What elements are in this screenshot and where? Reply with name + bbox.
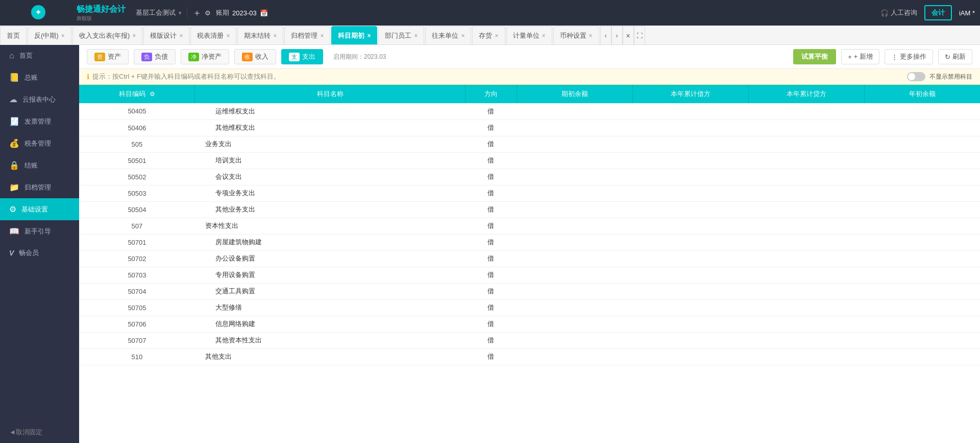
- sidebar-item-tax[interactable]: 💰 税务管理: [0, 132, 79, 154]
- row-period-balance: [517, 136, 632, 152]
- toggle-container: 不显示禁用科目: [907, 72, 972, 81]
- tab-tax-clear-close-icon[interactable]: ×: [226, 32, 230, 39]
- table-row[interactable]: 50406 其他维权支出 借: [79, 120, 980, 136]
- tab-period-end[interactable]: 期末结转 ×: [237, 26, 283, 44]
- tab-inventory-close-icon[interactable]: ×: [495, 32, 498, 39]
- tab-company[interactable]: 往来单位 ×: [425, 26, 471, 44]
- row-year-debit: [632, 218, 748, 234]
- sidebar-item-member[interactable]: V 畅会员: [0, 242, 79, 264]
- tab-home-label: 首页: [7, 31, 20, 40]
- row-year-balance: [864, 103, 980, 120]
- row-year-balance: [864, 299, 980, 316]
- tab-mid-close-icon[interactable]: ×: [61, 32, 65, 39]
- sub-tab-asset[interactable]: 资 资产: [87, 49, 129, 64]
- table-row[interactable]: 50705 大型修缮 借: [79, 299, 980, 316]
- tab-inventory[interactable]: 存货 ×: [472, 26, 505, 44]
- add-tab-button[interactable]: ＋: [192, 7, 202, 19]
- tab-archive-close-icon[interactable]: ×: [320, 32, 324, 39]
- tab-currency-close-icon[interactable]: ×: [589, 32, 593, 39]
- table-row[interactable]: 50707 其他资本性支出 借: [79, 332, 980, 348]
- table-row[interactable]: 50701 房屋建筑物购建 借: [79, 234, 980, 250]
- table-row[interactable]: 50502 会议支出 借: [79, 169, 980, 185]
- row-direction: 借: [465, 103, 517, 120]
- add-button[interactable]: + + 新增: [841, 49, 879, 64]
- row-year-credit: [748, 250, 864, 267]
- tab-period-end-close-icon[interactable]: ×: [273, 32, 277, 39]
- tab-currency[interactable]: 币种设置 ×: [553, 26, 599, 44]
- tab-template-close-icon[interactable]: ×: [179, 32, 183, 39]
- tab-measure[interactable]: 计量单位 ×: [506, 26, 552, 44]
- tab-next-button[interactable]: ›: [611, 26, 623, 44]
- tab-prev-button[interactable]: ‹: [600, 26, 611, 44]
- table-row[interactable]: 507 资本性支出 借: [79, 218, 980, 234]
- ai-consult-button[interactable]: 🎧 人工咨询: [880, 8, 917, 17]
- tab-measure-close-icon[interactable]: ×: [542, 32, 546, 39]
- tab-subject-period-close-icon[interactable]: ×: [367, 32, 371, 39]
- row-direction: 借: [465, 250, 517, 267]
- row-year-debit: [632, 234, 748, 250]
- row-period-balance: [517, 218, 632, 234]
- row-year-balance: [864, 234, 980, 250]
- table-row[interactable]: 50405 运维维权支出 借: [79, 103, 980, 120]
- tab-home[interactable]: 首页: [0, 26, 27, 44]
- more-button[interactable]: ⋮ 更多操作: [885, 49, 933, 64]
- sidebar-item-archive[interactable]: 📁 归档管理: [0, 176, 79, 198]
- row-code: 50704: [79, 283, 195, 299]
- sidebar-item-ledger[interactable]: 📒 总账: [0, 66, 79, 88]
- tab-fullscreen-button[interactable]: ⛶: [634, 26, 645, 44]
- table-row[interactable]: 50504 其他业务支出 借: [79, 201, 980, 218]
- table-row[interactable]: 50704 交通工具购置 借: [79, 283, 980, 299]
- tab-subject-period[interactable]: 科目期初 ×: [331, 26, 377, 44]
- tab-income-year[interactable]: 收入支出表(年报) ×: [72, 26, 143, 44]
- tab-company-label: 往来单位: [432, 31, 458, 40]
- table-row[interactable]: 50501 培训支出 借: [79, 152, 980, 169]
- table-row[interactable]: 50706 信息网络购建 借: [79, 316, 980, 332]
- table-row[interactable]: 505 业务支出 借: [79, 136, 980, 152]
- tab-department-close-icon[interactable]: ×: [414, 32, 418, 39]
- tab-template[interactable]: 模版设计 ×: [143, 26, 189, 44]
- settings-icon[interactable]: ⚙: [205, 9, 211, 17]
- sidebar-item-home[interactable]: ⌂ 首页: [0, 45, 79, 66]
- sub-tab-net-asset[interactable]: 净 净资产: [181, 49, 229, 64]
- tab-department[interactable]: 部门员工 ×: [378, 26, 424, 44]
- row-direction: 借: [465, 332, 517, 348]
- refresh-button[interactable]: ↻ 刷新: [938, 49, 972, 64]
- more-icon: ⋮: [891, 53, 898, 61]
- tab-close-all-button[interactable]: ×: [623, 26, 634, 44]
- sidebar-item-report[interactable]: ☁ 云报表中心: [0, 88, 79, 110]
- tab-company-close-icon[interactable]: ×: [461, 32, 464, 39]
- sidebar-item-tax-label: 税务管理: [24, 139, 51, 148]
- table-row[interactable]: 50702 办公设备购置 借: [79, 250, 980, 267]
- sub-tab-expense[interactable]: 支 支出: [281, 49, 323, 64]
- period-display-label: 启用期间：2023.03: [333, 53, 386, 61]
- calendar-icon[interactable]: 📅: [260, 9, 268, 17]
- table-row[interactable]: 50703 专用设备购置 借: [79, 267, 980, 283]
- tab-mid[interactable]: 反(中期) ×: [28, 26, 71, 44]
- sidebar-item-invoice[interactable]: 🧾 发票管理: [0, 110, 79, 132]
- table-row[interactable]: 510 其他支出 借: [79, 348, 980, 365]
- sub-tab-liability[interactable]: 负 负债: [134, 49, 176, 64]
- kuaiji-button[interactable]: 会计: [924, 5, 952, 20]
- disable-toggle[interactable]: [907, 72, 925, 81]
- table-row[interactable]: 50503 专项业务支出 借: [79, 185, 980, 201]
- tab-archive[interactable]: 归档管理 ×: [284, 26, 330, 44]
- code-settings-icon[interactable]: ⚙: [150, 90, 155, 98]
- calculate-button[interactable]: 试算平衡: [793, 49, 836, 64]
- sub-tab-income[interactable]: 收 收入: [234, 49, 276, 64]
- sub-tab-expense-label: 支出: [302, 52, 315, 61]
- liability-badge: 负: [141, 53, 152, 61]
- row-direction: 借: [465, 218, 517, 234]
- sidebar-item-guide[interactable]: 📖 新手引导: [0, 220, 79, 242]
- tab-tax-clear[interactable]: 税表清册 ×: [190, 26, 236, 44]
- sidebar-item-settings[interactable]: ⚙ 基础设置: [0, 198, 79, 220]
- header-year-credit: 本年累计贷方: [748, 85, 864, 103]
- project-selector[interactable]: 基层工会测试 ▾: [136, 8, 182, 17]
- row-name: 其他资本性支出: [195, 332, 465, 348]
- sidebar-pin-button[interactable]: ◄取消固定: [0, 422, 79, 443]
- sidebar-item-close-account[interactable]: 🔒 结账: [0, 154, 79, 176]
- subject-table-container: 科目编码 ⚙ 科目名称 方向 期初余额 本年累计借方 本年累计贷方 年初余额 5…: [79, 85, 980, 443]
- sidebar-item-invoice-label: 发票管理: [24, 117, 51, 126]
- row-period-balance: [517, 316, 632, 332]
- tab-income-year-close-icon[interactable]: ×: [132, 32, 136, 39]
- tab-tax-clear-label: 税表清册: [197, 31, 224, 40]
